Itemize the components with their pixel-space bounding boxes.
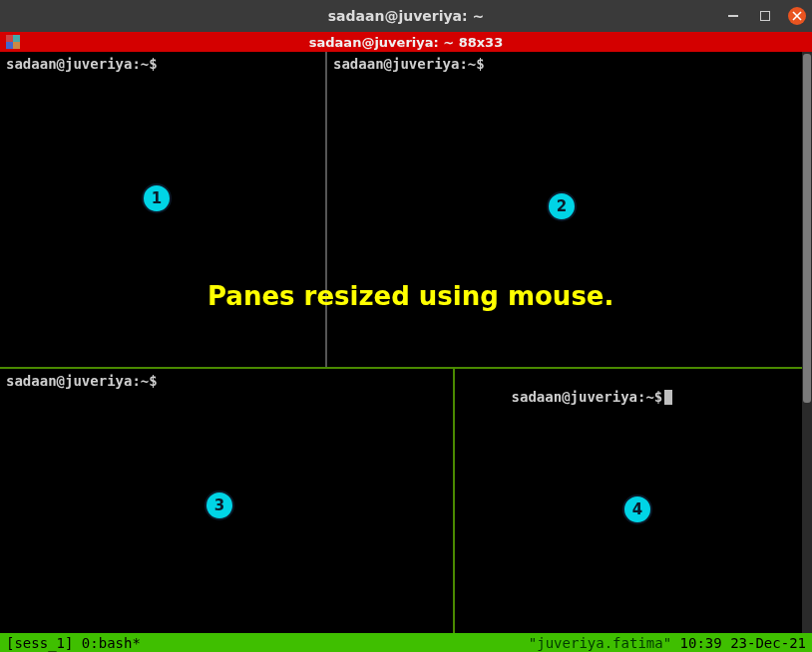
window-title: sadaan@juveriya: ~ [328, 8, 485, 24]
pane-container: sadaan@juveriya:~$ sadaan@juveriya:~$ sa… [0, 52, 812, 633]
prompt-pane-3: sadaan@juveriya:~$ [0, 369, 453, 393]
window-minimize-button[interactable] [724, 7, 742, 25]
tmux-status-bar: [sess_1] 0:bash* "juveriya.fatima" 10:39… [0, 633, 812, 652]
scrollbar-thumb[interactable] [803, 54, 811, 403]
tmux-status-left: [sess_1] 0:bash* [6, 635, 141, 651]
window-maximize-button[interactable] [756, 7, 774, 25]
prompt-pane-4: sadaan@juveriya:~$ [455, 369, 802, 425]
terminator-titlebar[interactable]: sadaan@juveriya: ~ 88x33 [0, 32, 812, 52]
scrollbar[interactable] [802, 52, 812, 633]
terminator-title-text: sadaan@juveriya: ~ 88x33 [309, 35, 503, 50]
cursor-icon [664, 390, 672, 405]
window-titlebar: sadaan@juveriya: ~ [0, 0, 812, 32]
tmux-status-right: "juveriya.fatima" 10:39 23-Dec-21 [529, 635, 806, 651]
annotation-badge-3: 3 [204, 490, 234, 520]
annotation-caption: Panes resized using mouse. [207, 281, 613, 311]
tmux-status-date: 23-Dec-21 [730, 635, 806, 651]
annotation-badge-1: 1 [142, 183, 172, 213]
annotation-badge-4: 4 [622, 494, 652, 524]
window-control-buttons [724, 7, 806, 25]
tmux-status-time: 10:39 [680, 635, 722, 651]
prompt-pane-1: sadaan@juveriya:~$ [0, 52, 325, 76]
terminator-icon [6, 35, 20, 49]
tmux-status-host: "juveriya.fatima" [529, 635, 671, 651]
annotation-badge-2: 2 [547, 191, 577, 221]
window-close-button[interactable] [788, 7, 806, 25]
prompt-pane-2: sadaan@juveriya:~$ [327, 52, 802, 76]
